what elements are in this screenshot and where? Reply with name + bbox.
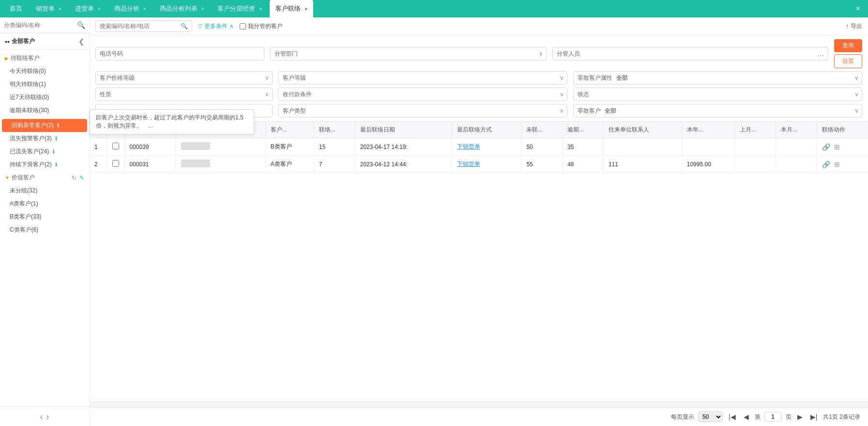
sidebar-item-today[interactable]: 今天待联络(0) (0, 65, 89, 78)
sidebar-item-repurchase-abnormal[interactable]: 回购异常客户(2) ℹ (2, 119, 87, 132)
query-button[interactable]: 查询 (834, 39, 862, 52)
nav-tab-analysis[interactable]: 商品分析 × (108, 0, 152, 17)
retail-attr-label: 零散客户属性 (578, 74, 612, 82)
col-contact-count: 联络... (314, 122, 355, 138)
col-last-contact-date: 最后联络日期 (355, 122, 452, 138)
pending-contact-group[interactable]: ▶ 待联络客户 (0, 52, 89, 65)
sidebar-collapse-btn[interactable]: ❮ (78, 38, 84, 45)
last-page-btn[interactable]: ▶| (808, 412, 820, 422)
row1-contact-method-link[interactable]: 下销货单 (457, 143, 480, 150)
manager-field[interactable]: 分管人员 ... (552, 47, 828, 60)
export-button[interactable]: ↑ 导出 (846, 22, 862, 30)
main-layout: 🔍 ▪▪ 全部客户 ❮ ▶ 待联络客户 今天待联络(0) 明天待联络(1) (0, 17, 868, 426)
row1-this-year (682, 138, 735, 156)
manager-dots-btn[interactable]: ... (818, 49, 824, 58)
nav-tab-customer-tier[interactable]: 客户分层经营 × (212, 0, 268, 17)
price-level-field[interactable]: 客户价格等级 ∨ (95, 71, 273, 85)
col-this-month: 本月... (776, 122, 817, 138)
customer-level-field[interactable]: 客户等级 ∨ (278, 71, 567, 85)
7days-contact-label: 近7天待联络(0) (10, 94, 49, 101)
nav-tab-analysis-list[interactable]: 商品分析列表 × (154, 0, 210, 17)
page-size-select[interactable]: 50 100 200 (698, 411, 723, 422)
value-customers-group[interactable]: ▼ 价值客户 ↻ ✎ (0, 171, 89, 184)
today-contact-label: 今天待联络(0) (10, 68, 46, 74)
filter-bar: 🔍 ▽ 更多条件 ∧ 我分管的客户 ↑ 导出 (90, 17, 868, 35)
row2-action-link-icon[interactable]: 🔗 (822, 161, 830, 168)
window-close-button[interactable]: × (852, 2, 864, 15)
col-no-contact: 未联... (521, 122, 563, 138)
page-number-input[interactable] (764, 412, 782, 422)
gender-field[interactable]: 性质 ∨ (95, 88, 273, 101)
row1-last-month (735, 138, 776, 156)
row2-action-grid-icon[interactable]: ⊞ (834, 161, 840, 168)
customer-type-chevron-icon: ∨ (560, 107, 564, 114)
nav-tab-customer-tier-close[interactable]: × (259, 6, 262, 12)
nav-tab-home[interactable]: 首页 (4, 0, 28, 17)
row1-select-checkbox[interactable] (112, 143, 119, 149)
dept-field[interactable]: 分管部门 ∨ (270, 47, 546, 60)
sidebar-item-continuous-down[interactable]: 持续下滑客户(2) ℹ (0, 158, 89, 171)
lost-pre-label: 流失预警客户(3) (10, 135, 52, 142)
row2-contact-count: 7 (314, 156, 355, 173)
first-page-btn[interactable]: |◀ (727, 412, 738, 422)
gender-chevron-icon: ∨ (265, 91, 269, 98)
sidebar-item-7days[interactable]: 近7天待联络(0) (0, 91, 89, 104)
row2-contact-method-link[interactable]: 下销货单 (457, 161, 480, 167)
phone-field[interactable]: 电话号码 (95, 47, 264, 60)
search-input[interactable] (100, 23, 179, 29)
sidebar-search-input[interactable] (4, 22, 77, 29)
filter-actions: 查询 设置 (834, 39, 862, 68)
sidebar-item-lost[interactable]: 已流失客户(24) ℹ (0, 145, 89, 158)
export-label: 导出 (851, 22, 862, 30)
row2-select-checkbox[interactable] (112, 160, 119, 167)
nav-tab-purchase[interactable]: 进货单 × (69, 0, 107, 17)
sidebar-item-a-class[interactable]: A类客户(1) (0, 197, 89, 210)
refresh-icon[interactable]: ↻ (72, 175, 76, 181)
sidebar-item-overdue[interactable]: 逾期未联络(30) (0, 104, 89, 117)
edit-icon[interactable]: ✎ (79, 175, 84, 181)
nav-tab-sales-close[interactable]: × (59, 6, 61, 12)
continuous-down-info-icon: ℹ (55, 162, 57, 167)
next-page-btn[interactable]: ▶ (795, 412, 805, 422)
a-class-label: A类客户(1) (10, 200, 38, 207)
retail-attr-field[interactable]: 零散客户属性 全部 ∨ (573, 71, 862, 85)
nav-tab-sales[interactable]: 销货单 × (30, 0, 67, 17)
row1-checkbox (107, 138, 124, 156)
nav-tab-analysis-list-close[interactable]: × (201, 6, 204, 12)
customer-type-field[interactable]: 客户类型 ∨ (278, 104, 567, 118)
horizontal-scrollbar[interactable] (90, 401, 868, 407)
row1-action-grid-icon[interactable]: ⊞ (834, 143, 840, 151)
row1-name (176, 138, 265, 156)
sidebar-item-tomorrow[interactable]: 明天待联络(1) (0, 78, 89, 91)
row2-contact-person: 111 (603, 156, 682, 173)
pagination-bar: 每页显示 50 100 200 |◀ ◀ 第 页 ▶ ▶| 共1页 2条记录 (90, 407, 868, 426)
pending-contact-label: 待联络客户 (11, 54, 40, 62)
row2-overdue: 48 (563, 156, 604, 173)
search-icon: 🔍 (181, 23, 188, 29)
sidebar-item-c-class[interactable]: C类客户(6) (0, 223, 89, 236)
row2-code: 000031 (124, 156, 176, 173)
nav-tab-customer-contact[interactable]: 客户联络 × (270, 0, 313, 17)
sidebar-item-b-class[interactable]: B类客户(33) (0, 210, 89, 223)
filter-row-1: 电话号码 分管部门 ∨ 分管人员 ... 查询 设置 (95, 39, 862, 68)
more-conditions-btn[interactable]: ▽ 更多条件 ∧ (198, 22, 234, 30)
status-field[interactable]: 状态 ∨ (573, 88, 862, 101)
lost-label: 已流失客户(24) (10, 148, 49, 155)
my-customers-checkbox[interactable] (240, 23, 246, 29)
settings-button[interactable]: 设置 (834, 54, 862, 68)
sidebar: 🔍 ▪▪ 全部客户 ❮ ▶ 待联络客户 今天待联络(0) 明天待联络(1) (0, 17, 90, 426)
retail-customer-value: 全部 (605, 107, 858, 115)
prev-page-btn[interactable]: ◀ (742, 412, 751, 422)
chevron-up-icon: ∧ (229, 23, 234, 29)
payment-field[interactable]: 收付款条件 ∨ (278, 88, 567, 101)
retail-customer-field[interactable]: 零散客户 全部 ∨ (573, 104, 862, 118)
nav-tab-analysis-close[interactable]: × (143, 6, 146, 12)
sidebar-item-unclassified[interactable]: 未分组(32) (0, 184, 89, 197)
page-unit-label: 页 (786, 413, 792, 421)
sidebar-item-lost-pre[interactable]: 流失预警客户(3) ℹ (0, 132, 89, 145)
nav-tab-customer-contact-close[interactable]: × (305, 6, 307, 12)
sidebar-all-customers-header: ▪▪ 全部客户 ❮ (0, 33, 89, 50)
sidebar-bottom-arrow[interactable]: ‹ › (40, 411, 49, 422)
nav-tab-purchase-close[interactable]: × (98, 6, 101, 12)
row1-action-link-icon[interactable]: 🔗 (822, 143, 830, 151)
